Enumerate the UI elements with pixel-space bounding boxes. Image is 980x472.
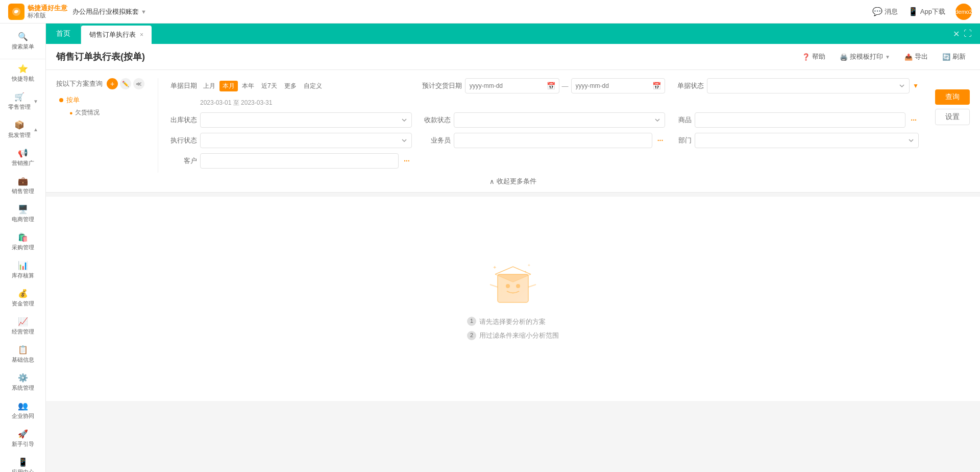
predicted-date-end-input[interactable]	[571, 78, 666, 93]
predicted-date-group: 预计交货日期 📅 — 📅	[422, 78, 666, 93]
customer-more-button[interactable]: ···	[402, 157, 412, 165]
sidebar-item-operations[interactable]: 📈 经营管理	[2, 313, 43, 340]
tab-home[interactable]: 首页	[46, 23, 81, 44]
scheme-sub-item-backorder[interactable]: ● 欠货情况	[66, 107, 150, 119]
dept-group: 部门	[675, 133, 919, 148]
sidebar-item-sales[interactable]: 💼 销售管理	[2, 172, 43, 199]
top-bar-right: 💬 消息 📱 App下载 demo2	[872, 4, 972, 20]
inventory-icon: 📊	[18, 261, 28, 270]
date-tab-7days[interactable]: 近7天	[258, 81, 280, 91]
status-select[interactable]	[707, 78, 910, 93]
finance-icon: 💰	[18, 289, 28, 298]
collapse-more-button[interactable]: ∧ 收起更多条件	[489, 177, 536, 186]
sidebar-item-collaboration[interactable]: 👥 企业协同	[2, 397, 43, 424]
tip-num-1: 1	[467, 317, 476, 326]
date-label: 单据日期	[168, 81, 197, 90]
breadcrumb[interactable]: 办公用品行业模拟账套 ▼	[72, 7, 146, 16]
collaboration-icon: 👥	[18, 401, 28, 411]
sidebar-item-ecommerce[interactable]: 🖥️ 电商管理	[2, 200, 43, 227]
goods-input[interactable]	[695, 112, 905, 128]
date-tab-group: 上月 本月 本年 近7天 更多 自定义	[200, 81, 325, 91]
receipt-status-select[interactable]	[454, 112, 666, 128]
chevron-down-icon: ▼	[33, 99, 38, 104]
app-download-button[interactable]: 📱 App下载	[908, 7, 945, 16]
sidebar-item-retail[interactable]: 🛒 零售管理 ▼	[2, 88, 43, 115]
date-tab-this-year[interactable]: 本年	[239, 81, 257, 91]
exec-status-group: 执行状态	[168, 133, 412, 148]
tab-active[interactable]: 销售订单执行表 ×	[81, 26, 152, 44]
chevron-up-icon: ▲	[33, 127, 38, 132]
goods-more-button[interactable]: ···	[909, 116, 919, 124]
wholesale-icon: 📦	[14, 120, 24, 130]
salesman-label: 业务员	[422, 136, 451, 145]
retail-icon: 🛒	[14, 92, 24, 102]
date-tab-last-month[interactable]: 上月	[200, 81, 218, 91]
avatar: demo2	[955, 4, 972, 20]
sidebar-item-finance[interactable]: 💰 资金管理	[2, 285, 43, 312]
collapse-scheme-button[interactable]: ≪	[133, 78, 144, 89]
filter-sidebar-title: 按以下方案查询	[56, 79, 103, 88]
help-button[interactable]: ❓ 帮助	[798, 50, 829, 63]
collapse-icon: ∧	[489, 178, 495, 185]
date-range-separator: —	[561, 82, 570, 90]
exec-status-select[interactable]	[200, 133, 412, 148]
refresh-icon: 🔄	[942, 53, 950, 61]
logo-icon	[8, 4, 24, 20]
date-tab-custom[interactable]: 自定义	[301, 81, 325, 91]
salesman-input[interactable]	[454, 133, 652, 148]
print-dropdown-icon: ▼	[885, 54, 890, 60]
sidebar-item-purchase[interactable]: 🛍️ 采购管理	[2, 228, 43, 255]
scheme-item-main[interactable]: 按单	[56, 93, 150, 107]
search-menu-button[interactable]: 🔍 搜索菜单	[4, 29, 41, 54]
tab-close-button[interactable]: ×	[140, 31, 143, 38]
message-icon: 💬	[872, 7, 883, 16]
sidebar-item-quick-nav[interactable]: ⭐ 快捷导航	[2, 60, 43, 87]
sidebar-item-marketing[interactable]: 📢 营销推广	[2, 144, 43, 171]
edit-scheme-button[interactable]: ✏️	[120, 78, 131, 89]
salesman-more-button[interactable]: ···	[655, 136, 666, 145]
sidebar-item-app-center[interactable]: 📱 应用中心	[2, 453, 43, 472]
sidebar-item-wholesale[interactable]: 📦 批发管理 ▲	[2, 116, 43, 143]
predicted-date-start-input[interactable]	[465, 78, 559, 93]
export-icon: 📤	[904, 53, 913, 61]
customer-input[interactable]	[200, 153, 399, 169]
sidebar-item-basic-info[interactable]: 📋 基础信息	[2, 341, 43, 368]
sidebar-item-system[interactable]: ⚙️ 系统管理	[2, 369, 43, 396]
sidebar-item-inventory[interactable]: 📊 库存核算	[2, 256, 43, 284]
date-tab-this-month[interactable]: 本月	[219, 81, 238, 91]
empty-illustration: ✦ ✦ ✦	[487, 256, 538, 308]
sidebar-item-guide[interactable]: 🚀 新手引导	[2, 425, 43, 452]
results-area: ✦ ✦ ✦ 1 请先选择要分析的方案	[46, 197, 980, 401]
page-title: 销售订单执行表(按单)	[56, 51, 145, 63]
search-button[interactable]: 查询	[935, 89, 970, 105]
reset-button[interactable]: 设置	[935, 109, 970, 125]
add-scheme-button[interactable]: +	[107, 78, 118, 89]
page-header: 销售订单执行表(按单) ❓ 帮助 🖨️ 按模板打印 ▼ 📤 导出	[46, 44, 980, 70]
user-profile[interactable]: demo2	[955, 4, 972, 20]
scheme-sub-list: ● 欠货情况	[66, 107, 150, 119]
status-label: 单据状态	[675, 81, 704, 90]
goods-label: 商品	[675, 115, 692, 125]
print-button[interactable]: 🖨️ 按模板打印 ▼	[836, 50, 894, 63]
date-tab-more[interactable]: 更多	[281, 81, 300, 91]
dept-select[interactable]	[695, 133, 919, 148]
maximize-window-button[interactable]: ⛶	[964, 29, 972, 38]
close-window-button[interactable]: ✕	[953, 29, 960, 39]
refresh-button[interactable]: 🔄 刷新	[938, 50, 970, 63]
date-filter-group: 单据日期 上月 本月 本年 近7天 更多 自定义	[168, 78, 412, 93]
filter-sidebar: 按以下方案查询 + ✏️ ≪ 按单	[56, 78, 158, 173]
date-range-display: 2023-03-01 至 2023-03-31	[200, 99, 919, 107]
quick-nav-icon: ⭐	[18, 64, 28, 74]
right-content: 首页 销售订单执行表 × ✕ ⛶ 销售订单执行表(按单) ❓ 帮助	[46, 23, 980, 472]
export-button[interactable]: 📤 导出	[900, 50, 932, 63]
top-bar: 畅捷通好生意 标准版 办公用品行业模拟账套 ▼ 💬 消息 📱 App下载 dem…	[0, 0, 980, 23]
message-button[interactable]: 💬 消息	[872, 7, 898, 16]
filter-layout: 按以下方案查询 + ✏️ ≪ 按单	[56, 78, 970, 173]
ship-status-label: 出库状态	[168, 115, 197, 125]
svg-text:✦: ✦	[527, 263, 531, 268]
svg-text:✦: ✦	[524, 270, 527, 273]
logo-area[interactable]: 畅捷通好生意 标准版	[8, 4, 67, 20]
top-bar-left: 畅捷通好生意 标准版 办公用品行业模拟账套 ▼	[8, 4, 146, 20]
ship-status-select[interactable]	[200, 112, 412, 128]
ship-status-group: 出库状态	[168, 112, 412, 128]
